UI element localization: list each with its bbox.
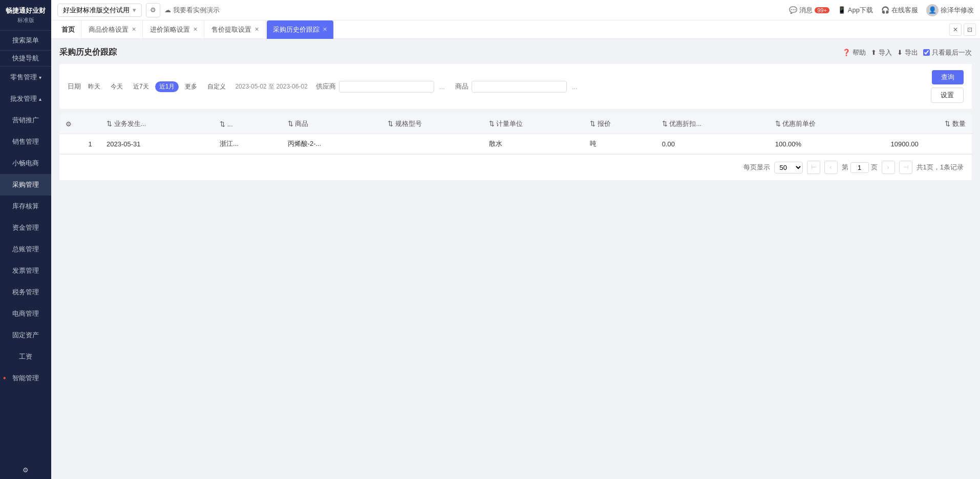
sidebar-item-sales[interactable]: 销售管理 (0, 131, 51, 153)
import-link[interactable]: ⬆ 导入 (871, 48, 892, 57)
supplier-dots[interactable]: ... (437, 83, 447, 91)
only-last-checkbox[interactable] (923, 49, 930, 56)
date-option-today[interactable]: 今天 (106, 81, 127, 92)
cloud-icon: ☁ (164, 6, 171, 14)
product-selector[interactable]: 好业财标准版交付试用 ▾ (57, 4, 142, 17)
goods-filter-label: 商品 (455, 82, 468, 91)
demo-link[interactable]: ☁ 我要看实例演示 (164, 6, 220, 15)
tab-purchase-history[interactable]: 采购历史价跟踪 ✕ (267, 20, 334, 39)
sidebar-retail-label: 零售管理 (10, 73, 37, 82)
tab-purchase-strategy[interactable]: 进价策略设置 ✕ (144, 20, 204, 39)
sort-icon: ⇅ (288, 120, 293, 127)
col-header-price[interactable]: ⇅ 优惠前单价 (769, 114, 885, 134)
prev-page-button[interactable]: ‹ (824, 161, 838, 174)
messages-button[interactable]: 💬 消息 99+ (789, 6, 829, 15)
sidebar-item-retail[interactable]: 零售管理 ▾ (0, 67, 51, 88)
date-option-custom[interactable]: 自定义 (203, 81, 230, 92)
row-unit: 散水 (483, 134, 584, 154)
sidebar-sales-label: 销售管理 (12, 137, 39, 146)
filter-settings-button[interactable]: 设置 (931, 88, 964, 103)
col-header-quote[interactable]: ⇅ 报价 (584, 114, 656, 134)
close-icon[interactable]: ✕ (323, 26, 327, 33)
tab-close-button[interactable]: ✕ (949, 24, 962, 36)
page-actions: ❓ 帮助 ⬆ 导入 ⬇ 导出 只看最后一次 (842, 48, 972, 57)
col-header-qty[interactable]: ⇅ 数量 (885, 114, 972, 134)
sidebar-finance-label: 资金管理 (12, 223, 39, 232)
next-page-button[interactable]: › (882, 161, 895, 174)
topbar-left: 好业财标准版交付试用 ▾ ⚙ ☁ 我要看实例演示 (57, 3, 220, 17)
tabbar: 首页 商品价格设置 ✕ 进价策略设置 ✕ 售价提取设置 ✕ 采购历史价跟踪 ✕ … (51, 20, 980, 39)
date-option-1month[interactable]: 近1月 (155, 81, 179, 92)
sidebar-item-fixed-assets[interactable]: 固定资产 (0, 324, 51, 346)
col-header-unit[interactable]: ⇅ 计量单位 (483, 114, 584, 134)
goods-dots[interactable]: ... (570, 83, 580, 91)
col-header-date[interactable]: ⇅ 业务发生... (100, 114, 214, 134)
sidebar-item-ledger[interactable]: 总账管理 (0, 238, 51, 260)
sidebar-item-intelligent[interactable]: 智能管理 (0, 367, 51, 389)
app-download-button[interactable]: 📱 App下载 (838, 6, 873, 15)
sidebar-item-invoice[interactable]: 发票管理 (0, 260, 51, 281)
query-button[interactable]: 查询 (932, 70, 964, 84)
sidebar-item-wholesale[interactable]: 批发管理 ▴ (0, 88, 51, 110)
supplier-input[interactable] (339, 81, 434, 93)
sort-icon: ⇅ (106, 120, 112, 127)
tabbar-controls: ✕ ⊡ (949, 24, 976, 36)
table-header-row: ⚙ ⇅ 业务发生... ⇅ ... ⇅ 商品 (59, 114, 972, 134)
sidebar-item-inventory[interactable]: 库存核算 (0, 195, 51, 217)
supplier-filter-label: 供应商 (316, 82, 336, 91)
first-page-button[interactable]: ⊢ (807, 161, 820, 174)
tab-price-settings[interactable]: 商品价格设置 ✕ (82, 20, 143, 39)
gear-icon: ⚙ (150, 6, 156, 14)
col-header-discount[interactable]: ⇅ 优惠折扣... (656, 114, 769, 134)
sidebar-bottom-settings[interactable]: ⚙ (0, 461, 51, 479)
messages-label: 消息 (799, 6, 813, 15)
sidebar-ecommerce-label: 电商管理 (12, 309, 39, 318)
last-page-button[interactable]: ⊣ (899, 161, 912, 174)
export-link[interactable]: ⬇ 导出 (897, 48, 918, 57)
page-input[interactable] (850, 162, 869, 173)
tab-sale-price[interactable]: 售价提取设置 ✕ (205, 20, 266, 39)
sidebar-item-tax[interactable]: 税务管理 (0, 281, 51, 303)
sidebar-item-search[interactable]: 搜索菜单 (0, 31, 51, 51)
date-option-more[interactable]: 更多 (181, 81, 201, 92)
row-date: 2023-05-31 (100, 134, 214, 154)
online-service-button[interactable]: 🎧 在线客服 (881, 6, 918, 15)
user-name: 徐泽华修改 (941, 6, 974, 15)
per-page-select[interactable]: 50 10 20 100 (774, 162, 803, 173)
col-header-dots[interactable]: ⇅ ... (214, 114, 282, 134)
sidebar-item-finance[interactable]: 资金管理 (0, 217, 51, 238)
topbar-settings-icon[interactable]: ⚙ (146, 3, 160, 17)
col-header-goods[interactable]: ⇅ 商品 (282, 114, 381, 134)
sidebar-item-ecommerce[interactable]: 电商管理 (0, 303, 51, 324)
tab-purchase-history-label: 采购历史价跟踪 (273, 25, 319, 34)
date-options: 昨天 今天 近7天 近1月 更多 自定义 (84, 81, 230, 92)
sidebar-item-quicknav[interactable]: 快捷导航 (0, 51, 51, 67)
sidebar-item-ecommerce-small[interactable]: 小畅电商 (0, 153, 51, 174)
date-option-7days[interactable]: 近7天 (129, 81, 153, 92)
sidebar-item-purchase[interactable]: 采购管理 (0, 174, 51, 195)
sidebar-tax-label: 税务管理 (12, 288, 39, 297)
export-icon: ⬇ (897, 49, 903, 56)
sidebar-intelligent-label: 智能管理 (12, 374, 39, 383)
tab-home[interactable]: 首页 (55, 20, 81, 39)
date-option-yesterday[interactable]: 昨天 (84, 81, 104, 92)
user-info[interactable]: 👤 徐泽华修改 (926, 4, 974, 16)
sidebar-item-marketing[interactable]: 营销推广 (0, 110, 51, 131)
help-link[interactable]: ❓ 帮助 (842, 48, 866, 57)
col-header-spec[interactable]: ⇅ 规格型号 (381, 114, 482, 134)
app-name: 畅捷通好业财 (4, 6, 47, 15)
goods-input[interactable] (472, 81, 567, 93)
close-icon[interactable]: ✕ (193, 26, 198, 33)
col-header-settings[interactable]: ⚙ (59, 114, 80, 134)
close-icon[interactable]: ✕ (132, 26, 136, 33)
row-spec (381, 134, 482, 154)
tab-maximize-button[interactable]: ⊡ (964, 24, 976, 36)
sidebar-logo: 畅捷通好业财 标准版 (0, 0, 51, 31)
help-label: 帮助 (853, 48, 866, 57)
sort-icon: ⇅ (590, 120, 595, 127)
close-icon[interactable]: ✕ (254, 26, 259, 33)
sidebar-item-payroll[interactable]: 工资 (0, 346, 51, 367)
topbar: 好业财标准版交付试用 ▾ ⚙ ☁ 我要看实例演示 💬 消息 99+ 📱 App下… (51, 0, 980, 20)
tab-price-settings-label: 商品价格设置 (89, 25, 129, 34)
only-last-checkbox-label[interactable]: 只看最后一次 (923, 48, 972, 57)
